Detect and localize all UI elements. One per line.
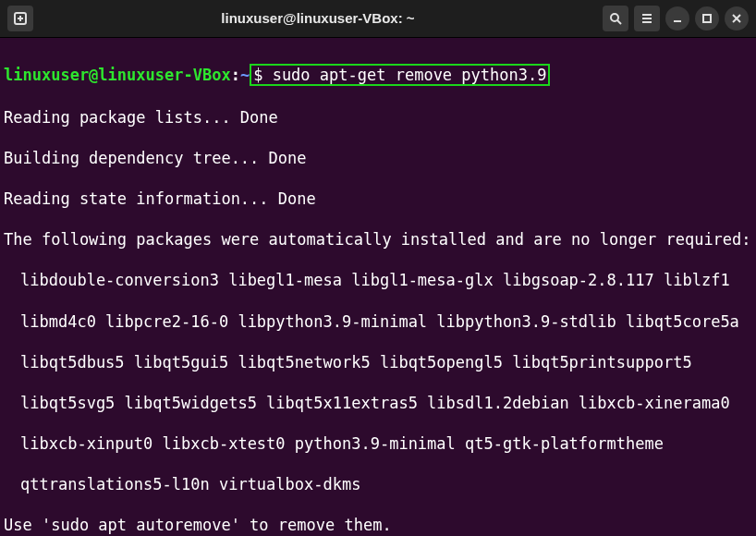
maximize-button[interactable]	[695, 6, 719, 30]
output-line: The following packages were automaticall…	[4, 229, 752, 250]
package-list-line: libqt5svg5 libqt5widgets5 libqt5x11extra…	[4, 393, 752, 413]
prompt-line-1: linuxuser@linuxuser-VBox:~$ sudo apt-get…	[4, 64, 752, 86]
prompt-user-host: linuxuser@linuxuser-VBox	[4, 66, 231, 84]
output-line: Use 'sudo apt autoremove' to remove them…	[4, 515, 752, 535]
menu-button[interactable]	[634, 6, 660, 31]
terminal-content[interactable]: linuxuser@linuxuser-VBox:~$ sudo apt-get…	[0, 38, 756, 536]
typed-command: sudo apt-get remove python3.9	[273, 66, 547, 84]
prompt-path: ~	[240, 66, 250, 84]
command-highlight: $ sudo apt-get remove python3.9	[250, 64, 550, 86]
svg-point-3	[611, 14, 618, 21]
new-tab-button[interactable]	[7, 6, 33, 31]
search-button[interactable]	[603, 6, 628, 31]
prompt-colon: :	[231, 66, 240, 84]
window-titlebar: linuxuser@linuxuser-VBox: ~	[0, 0, 756, 38]
package-list-line: libxcb-xinput0 libxcb-xtest0 python3.9-m…	[4, 433, 752, 454]
prompt-symbol: $	[253, 66, 262, 84]
output-line: Reading state information... Done	[4, 189, 752, 209]
output-line: Building dependency tree... Done	[4, 148, 752, 168]
close-button[interactable]	[725, 6, 749, 30]
window-title: linuxuser@linuxuser-VBox: ~	[39, 9, 597, 28]
minimize-button[interactable]	[665, 6, 689, 30]
package-list-line: libqt5dbus5 libqt5gui5 libqt5network5 li…	[4, 352, 752, 372]
svg-rect-9	[703, 15, 711, 22]
svg-line-4	[617, 20, 621, 24]
package-list-line: libdouble-conversion3 libegl1-mesa libgl…	[4, 270, 752, 290]
output-line: Reading package lists... Done	[4, 107, 752, 128]
package-list-line: libmd4c0 libpcre2-16-0 libpython3.9-mini…	[4, 311, 752, 332]
package-list-line: qttranslations5-l10n virtualbox-dkms	[4, 474, 752, 494]
